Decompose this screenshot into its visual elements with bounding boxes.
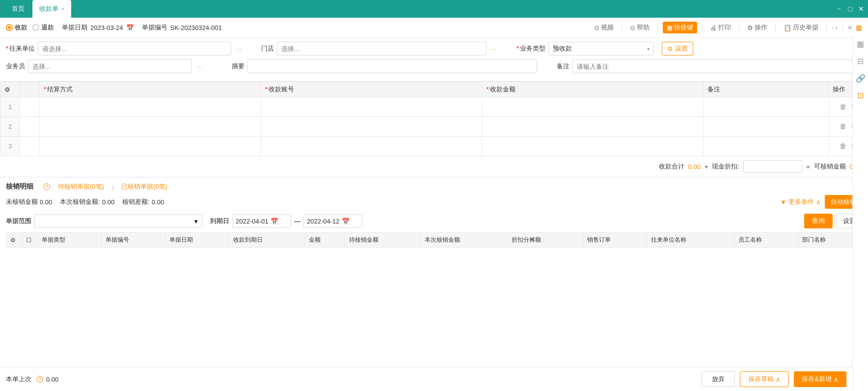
staff-input[interactable] xyxy=(28,59,192,73)
bth-discount: 折扣分摊额 xyxy=(508,233,583,248)
equals-sign: = xyxy=(806,163,810,170)
discount-input[interactable] xyxy=(743,160,802,173)
prev-info-icon[interactable]: ? xyxy=(36,376,43,383)
row2-amount[interactable] xyxy=(482,117,704,137)
range-filter: 单据范围 ▾ xyxy=(6,214,202,228)
save-new-btn[interactable]: 保存&新增 ∧ xyxy=(794,371,846,387)
range-arrow: ▾ xyxy=(194,218,198,225)
discard-btn[interactable]: 放弃 xyxy=(702,371,735,387)
table-section: ⚙ 结算方式 收款账号 收款金额 备注 操作 xyxy=(0,82,868,177)
calendar-to-icon: 📅 xyxy=(342,218,350,225)
more-filter-btn[interactable]: ▼ 更多条件 ∧ xyxy=(780,197,821,206)
row2-payment[interactable] xyxy=(40,117,261,137)
save-new-arrow: ∧ xyxy=(834,376,839,383)
video-btn[interactable]: ⊙ 视频 xyxy=(591,22,617,33)
remark-field: 备注 xyxy=(557,59,862,73)
store-more-icon[interactable]: ··· xyxy=(491,45,497,53)
date-from-value: 2022-04-01 xyxy=(236,218,269,225)
close-icon[interactable]: ✕ xyxy=(858,5,864,13)
row2-delete-btn[interactable]: 🗑 xyxy=(838,121,848,131)
save-draft-btn[interactable]: 保存草稿 ∧ xyxy=(740,371,789,387)
range-label: 单据范围 xyxy=(6,217,31,225)
sidebar-expand-icon[interactable]: ⊡ xyxy=(857,91,864,100)
query-btn[interactable]: 查询 xyxy=(804,214,833,228)
row2-remark[interactable] xyxy=(704,117,829,137)
bth-checkbox[interactable]: ☐ xyxy=(22,233,38,248)
help-btn[interactable]: ⊙ 帮助 xyxy=(627,22,652,33)
save-draft-arrow: ∧ xyxy=(776,376,781,383)
settings-button[interactable]: ⚙ 设置 xyxy=(662,42,693,56)
row1-remark[interactable] xyxy=(704,97,829,117)
row1-account[interactable] xyxy=(261,97,482,117)
row2-account[interactable] xyxy=(261,117,482,137)
minimize-icon[interactable]: － xyxy=(836,4,842,13)
discount-label: 现金折扣: xyxy=(712,162,739,171)
maximize-icon[interactable]: □ xyxy=(848,5,852,13)
settings-label: 设置 xyxy=(675,44,688,53)
unverified-label: 未核销金额 xyxy=(6,197,38,206)
bill-date-field: 单据日期 2023-03-24 📅 xyxy=(62,23,134,32)
biz-type-select[interactable]: 预收款 ▾ xyxy=(548,42,654,56)
row3-remark[interactable] xyxy=(704,137,829,156)
counterpart-input[interactable] xyxy=(38,42,231,56)
table-gear-icon[interactable]: ⚙ xyxy=(4,86,10,93)
print-btn[interactable]: 🖨 打印 xyxy=(707,22,734,33)
staff-more-icon[interactable]: ··· xyxy=(197,63,202,70)
biz-type-arrow: ▾ xyxy=(647,46,650,52)
row3-delete-btn[interactable]: 🗑 xyxy=(838,141,848,151)
row1-payment[interactable] xyxy=(40,97,261,117)
counterpart-field: 往来单位 ··· xyxy=(6,42,242,56)
footer-left: 本单上次 ? 0.00 xyxy=(6,375,58,384)
th-settings[interactable]: ⚙ xyxy=(0,82,20,97)
store-input[interactable] xyxy=(277,42,487,56)
tab-home[interactable]: 首页 xyxy=(4,0,32,18)
bottom-table: ⚙ ☐ 单据类型 单据编号 单据日期 收款到期日 金额 待核销金额 本次核销金额… xyxy=(6,232,862,248)
save-new-label: 保存&新增 xyxy=(802,375,832,384)
total-label: 收款合计 xyxy=(659,162,684,171)
date-to-input[interactable]: 2022-04-12 📅 xyxy=(303,214,362,228)
form-row-2: 业务员 ··· 摘要 备注 xyxy=(6,59,862,73)
row1-delete-btn[interactable]: 🗑 xyxy=(838,102,848,112)
row3-num: 3 xyxy=(0,137,20,156)
tab-active[interactable]: 收款单 × xyxy=(32,0,71,18)
row3-account[interactable] xyxy=(261,137,482,156)
history-icon: 📋 xyxy=(784,24,791,31)
bill-date-value[interactable]: 2023-03-24 xyxy=(90,24,123,31)
range-select[interactable]: ▾ xyxy=(34,214,202,228)
date-from-input[interactable]: 2022-04-01 📅 xyxy=(232,214,291,228)
bth-settings[interactable]: ⚙ xyxy=(6,233,22,248)
shortcut-btn[interactable]: ▦ 快捷键 xyxy=(663,22,697,33)
bill-no-value[interactable]: SK-20230324-001 xyxy=(170,24,222,31)
calendar-icon[interactable]: 📅 xyxy=(126,24,134,31)
radio-tuikuan[interactable]: 退款 xyxy=(32,23,54,32)
summary-input[interactable] xyxy=(247,59,537,73)
th-account: 收款账号 xyxy=(261,82,482,97)
sidebar-list-icon[interactable]: ⊟ xyxy=(857,56,864,66)
row3-amount[interactable] xyxy=(482,137,704,156)
row3-payment[interactable] xyxy=(40,137,261,156)
row1-amount[interactable] xyxy=(482,97,704,117)
verify-info-icon[interactable]: ? xyxy=(43,183,50,190)
done-tab[interactable]: 已核销单据(0笔) xyxy=(121,182,167,191)
sidebar-table-icon[interactable]: ▦ xyxy=(857,39,864,49)
prev-arrow[interactable]: ‹ xyxy=(832,24,834,31)
operation-btn[interactable]: ⚙ 操作 xyxy=(744,22,770,33)
card-view-icon[interactable]: ▦ xyxy=(856,24,862,31)
verify-filters: 单据范围 ▾ 到期日 2022-04-01 📅 — 2022-04-12 📅 xyxy=(6,214,862,228)
prev-value: 0.00 xyxy=(46,376,58,383)
radio-shoukuan[interactable]: 收款 xyxy=(6,23,27,32)
tab-close-icon[interactable]: × xyxy=(61,6,64,12)
list-view-icon[interactable]: ≡ xyxy=(848,24,852,31)
counterpart-more-icon[interactable]: ··· xyxy=(236,45,242,53)
more-filter-label: 更多条件 xyxy=(788,197,814,206)
th-amount-label: 收款金额 xyxy=(486,85,515,93)
remark-input[interactable] xyxy=(572,59,862,73)
available-label: 可核销金额 xyxy=(814,162,846,171)
next-arrow[interactable]: › xyxy=(835,24,838,31)
toolbar: 收款 退款 单据日期 2023-03-24 📅 单据编号 SK-20230324… xyxy=(0,18,868,38)
history-btn[interactable]: 📋 历史单据 xyxy=(781,22,821,33)
pending-tab[interactable]: 待核销单据(0笔) xyxy=(58,182,104,191)
bth-date: 单据日期 xyxy=(165,233,229,248)
divider7 xyxy=(842,24,843,31)
sidebar-link-icon[interactable]: 🔗 xyxy=(856,74,866,83)
